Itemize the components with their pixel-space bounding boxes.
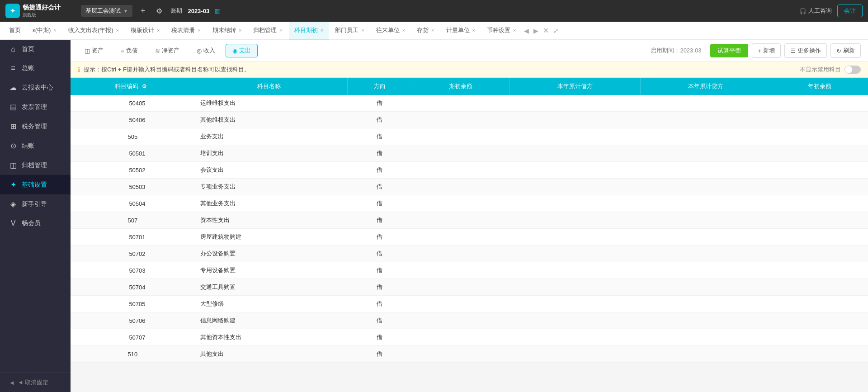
app-logo-icon: ✦ [5, 4, 20, 18]
cell-year-initial [771, 296, 868, 312]
tab-next-icon[interactable]: ▶ [532, 27, 540, 34]
tab-subject-initial[interactable]: 科目期初 × [289, 22, 329, 40]
add-button[interactable]: + 新增 [752, 43, 781, 58]
filter-tab-income[interactable]: ◎ 收入 [190, 44, 222, 57]
period-value: 2023-03 [188, 8, 209, 14]
filter-tab-liability[interactable]: ≡ 负债 [114, 44, 145, 57]
expand-icon[interactable]: ⤢ [552, 27, 561, 34]
cell-name: 培训支出 [191, 145, 347, 162]
close-icon[interactable]: × [279, 28, 282, 33]
tab-bar: 首页 ε(中期) × 收入支出表(年报) × 模版设计 × 税表清册 × 期末结… [0, 22, 868, 40]
filter-tab-expense[interactable]: ◉ 支出 [226, 44, 258, 57]
table-row[interactable]: 50706信息网络购建借 [71, 312, 868, 329]
tab-prev-icon[interactable]: ◀ [522, 27, 531, 34]
cell-ytd-credit [640, 346, 771, 363]
tab-currency[interactable]: 币种设置 × [481, 22, 521, 40]
cell-year-initial [771, 212, 868, 229]
close-icon[interactable]: × [321, 28, 323, 33]
toggle-switch[interactable] [844, 66, 861, 74]
calendar-icon[interactable]: ▦ [215, 7, 221, 14]
close-icon[interactable]: × [239, 28, 241, 33]
cell-initial-balance [412, 279, 509, 296]
cell-initial-balance [412, 296, 509, 312]
income-icon: ◎ [197, 47, 202, 54]
tab-dept-staff[interactable]: 部门员工 × [330, 22, 369, 40]
cell-initial-balance [412, 179, 509, 195]
table-row[interactable]: 50504其他业务支出借 [71, 195, 868, 212]
sidebar-item-home[interactable]: ⌂ 首页 [0, 40, 71, 59]
refresh-button[interactable]: ↻ 刷新 [830, 43, 861, 58]
tab-tax-list[interactable]: 税表清册 × [166, 22, 206, 40]
table-row[interactable]: 505业务支出借 [71, 128, 868, 145]
close-icon[interactable]: × [361, 28, 364, 33]
tab-label: 税表清册 [171, 26, 195, 34]
sidebar-item-ledger[interactable]: ≡ 总账 [0, 59, 71, 78]
close-icon[interactable]: × [116, 28, 119, 33]
sub-header: ◫ 资产 ≡ 负债 ≋ 净资产 ◎ 收入 ◉ 支出 启用期间：2023.03 试… [71, 40, 868, 62]
filter-tab-asset[interactable]: ◫ 资产 [78, 44, 110, 57]
tab-inventory[interactable]: 存货 × [411, 22, 439, 40]
sidebar-item-checkout[interactable]: ⊙ 结账 [0, 136, 71, 156]
table-row[interactable]: 50701房屋建筑物购建借 [71, 229, 868, 246]
sidebar-item-tax[interactable]: ⊞ 税务管理 [0, 117, 71, 136]
sidebar-item-membership[interactable]: V 畅会员 [0, 214, 71, 233]
checkout-icon: ⊙ [9, 142, 17, 150]
close-icon[interactable]: × [431, 28, 434, 33]
table-row[interactable]: 50503专项业务支出借 [71, 179, 868, 195]
cell-ytd-credit [640, 112, 771, 128]
tab-template-design[interactable]: 模版设计 × [125, 22, 165, 40]
settings-icon[interactable]: ⚙ [153, 7, 165, 15]
tab-mid-period[interactable]: ε(中期) × [27, 22, 62, 40]
table-row[interactable]: 50702办公设备购置借 [71, 246, 868, 262]
table-wrapper[interactable]: 科目编码 ⚙ 科目名称 方向 期初余额 本年累计借方 本年累计贷方 年初余额 5… [71, 78, 868, 392]
support-button[interactable]: 🎧 人工咨询 [799, 7, 832, 15]
cell-name: 其他维权支出 [191, 112, 347, 128]
tab-homepage[interactable]: 首页 [4, 22, 26, 40]
filter-tab-net-asset[interactable]: ≋ 净资产 [148, 44, 186, 57]
tab-unit[interactable]: 计量单位 × [441, 22, 481, 40]
table-header-row: 科目编码 ⚙ 科目名称 方向 期初余额 本年累计借方 本年累计贷方 年初余额 [71, 78, 868, 95]
cell-initial-balance [412, 95, 509, 112]
cell-ytd-credit [640, 162, 771, 179]
cell-ytd-credit [640, 128, 771, 145]
sidebar-collapse-button[interactable]: ◄ ◄ 取消固定 [0, 373, 71, 392]
cell-direction: 借 [347, 296, 412, 312]
trial-balance-button[interactable]: 试算平衡 [710, 44, 748, 57]
sidebar-item-cloud-report[interactable]: ☁ 云报表中心 [0, 78, 71, 97]
table-row[interactable]: 50406其他维权支出借 [71, 112, 868, 128]
cell-ytd-debit [509, 296, 640, 312]
account-button[interactable]: 会计 [837, 5, 863, 17]
tab-archive-mgmt[interactable]: 归档管理 × [248, 22, 288, 40]
table-row[interactable]: 50703专用设备购置借 [71, 262, 868, 279]
sidebar-item-guide[interactable]: ◈ 新手引导 [0, 194, 71, 214]
close-all-tabs-icon[interactable]: ✕ [541, 26, 551, 35]
close-icon[interactable]: × [513, 28, 516, 33]
tab-period-end[interactable]: 期末结转 × [207, 22, 247, 40]
more-actions-button[interactable]: ☰ 更多操作 [784, 43, 827, 58]
table-row[interactable]: 50705大型修缮借 [71, 296, 868, 312]
cell-ytd-credit [640, 195, 771, 212]
close-icon[interactable]: × [402, 28, 405, 33]
tab-contacts[interactable]: 往来单位 × [371, 22, 410, 40]
table-row[interactable]: 50502会议支出借 [71, 162, 868, 179]
table-row[interactable]: 50707其他资本性支出借 [71, 329, 868, 346]
close-icon[interactable]: × [472, 28, 475, 33]
table-row[interactable]: 507资本性支出借 [71, 212, 868, 229]
table-row[interactable]: 510其他支出借 [71, 346, 868, 363]
close-icon[interactable]: × [53, 28, 56, 33]
table-row[interactable]: 50405运维维权支出借 [71, 95, 868, 112]
sidebar-item-basic-settings[interactable]: ✦ 基础设置 [0, 175, 71, 194]
refresh-label: 刷新 [843, 47, 855, 55]
sidebar-item-invoice[interactable]: ▤ 发票管理 [0, 97, 71, 117]
table-row[interactable]: 50704交通工具购置借 [71, 279, 868, 296]
table-row[interactable]: 50501培训支出借 [71, 145, 868, 162]
cell-year-initial [771, 346, 868, 363]
close-icon[interactable]: × [157, 28, 160, 33]
sidebar-item-archive[interactable]: ◫ 归档管理 [0, 156, 71, 175]
project-selector[interactable]: 基层工会测试 ▼ [81, 5, 132, 17]
gear-icon[interactable]: ⚙ [142, 83, 147, 90]
cell-code: 50707 [71, 329, 191, 346]
close-icon[interactable]: × [198, 28, 200, 33]
add-tab-button[interactable]: + [138, 6, 148, 16]
tab-income-expense[interactable]: 收入支出表(年报) × [63, 22, 124, 40]
